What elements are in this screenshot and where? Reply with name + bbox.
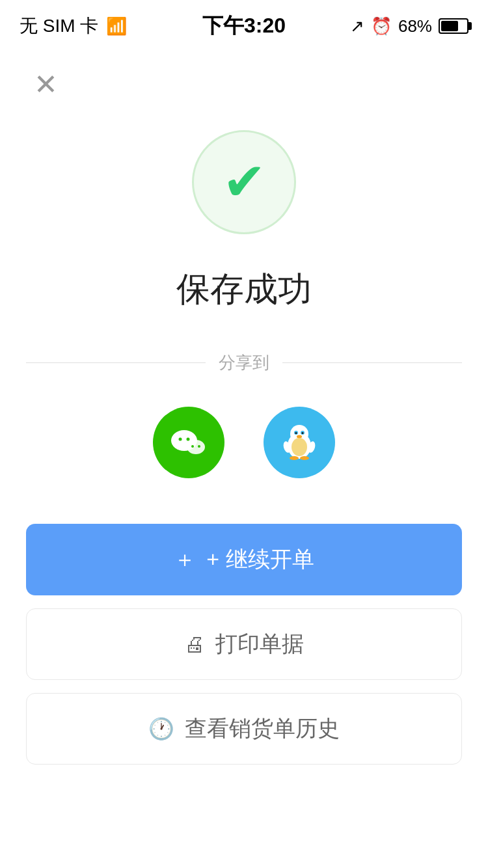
svg-point-3 [187,438,190,441]
svg-point-11 [302,432,304,434]
battery-percent: 68% [398,16,432,36]
battery-fill [441,21,458,31]
svg-point-1 [187,440,205,454]
svg-point-2 [179,438,182,441]
alarm-icon: ⏰ [371,16,392,36]
svg-point-14 [290,456,299,460]
svg-point-15 [300,456,309,460]
qq-icon [277,420,322,465]
continue-label: + 继续开单 [206,545,314,575]
history-icon: 🕐 [148,716,174,741]
print-button[interactable]: 🖨 打印单据 [26,608,462,680]
divider-line-left [26,362,206,363]
main-content: ✕ ✔ 保存成功 分享到 [0,52,488,765]
continue-button[interactable]: ＋ + 继续开单 [26,524,462,595]
svg-point-10 [295,432,297,434]
divider-line-right [282,362,462,363]
success-circle: ✔ [192,130,296,234]
share-label: 分享到 [219,351,269,374]
history-button[interactable]: 🕐 查看销货单历史 [26,693,462,765]
svg-point-13 [291,438,307,456]
success-title: 保存成功 [176,267,312,312]
close-icon: ✕ [34,70,58,99]
status-time: 下午3:20 [202,12,286,40]
location-icon: ↗ [350,16,364,36]
svg-point-5 [198,445,200,448]
wechat-share-button[interactable] [153,407,224,478]
share-icons [153,407,335,478]
close-button[interactable]: ✕ [26,65,65,104]
sim-label: 无 SIM 卡 [20,14,98,38]
continue-icon: ＋ [174,545,196,575]
status-right: ↗ ⏰ 68% [350,16,468,36]
wechat-icon [166,420,211,465]
qq-share-button[interactable] [264,407,335,478]
action-buttons: ＋ + 继续开单 🖨 打印单据 🕐 查看销货单历史 [26,524,462,765]
history-label: 查看销货单历史 [185,714,340,744]
svg-point-4 [191,445,194,448]
battery-bar [439,18,468,34]
svg-point-12 [297,435,302,439]
checkmark-icon: ✔ [223,156,266,208]
close-button-wrapper: ✕ [26,52,462,130]
status-bar: 无 SIM 卡 📶 下午3:20 ↗ ⏰ 68% [0,0,488,52]
status-left: 无 SIM 卡 📶 [20,14,127,38]
share-divider: 分享到 [26,351,462,374]
print-icon: 🖨 [184,632,205,657]
wifi-icon: 📶 [106,16,127,36]
print-label: 打印单据 [215,629,304,659]
